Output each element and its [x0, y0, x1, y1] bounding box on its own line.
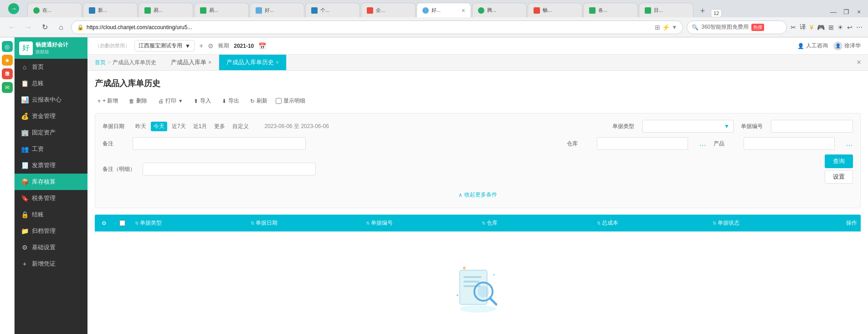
- breadcrumb-home[interactable]: 首页: [95, 59, 106, 67]
- sidebar-item-new-voucher[interactable]: + 新增凭证: [15, 256, 87, 272]
- shortcut-1month[interactable]: 近1月: [190, 122, 210, 131]
- sidebar-item-payroll[interactable]: 👥 工资: [15, 141, 87, 157]
- sidebar-item-basics[interactable]: ⚙ 基础设置: [15, 239, 87, 256]
- page-tab-history[interactable]: 产成品入库单历史 ×: [219, 55, 287, 70]
- th-gear[interactable]: ⚙: [95, 216, 113, 231]
- tab-1[interactable]: 在...: [27, 3, 82, 17]
- sidebar-item-reports[interactable]: 📊 云报表中心: [15, 92, 87, 108]
- weibo-app-icon[interactable]: 微: [2, 68, 13, 79]
- shortcut-7days[interactable]: 近7天: [169, 122, 189, 131]
- wallet-icon[interactable]: ¥: [810, 24, 813, 31]
- sidebar-item-ledger[interactable]: 📋 总账: [15, 75, 87, 92]
- chanjet-app-icon[interactable]: ◎: [2, 41, 13, 52]
- add-button[interactable]: + + 新增: [95, 95, 121, 107]
- collapse-button[interactable]: ∧ 收起更多条件: [103, 188, 853, 201]
- sidebar-item-closing[interactable]: 🔒 结账: [15, 206, 87, 223]
- tab-close-8[interactable]: ×: [462, 7, 465, 14]
- th-number[interactable]: ⇅ 单据编号: [362, 215, 478, 231]
- th-warehouse[interactable]: ⇅ 仓库: [478, 215, 594, 231]
- settings2-icon[interactable]: ⋯: [856, 24, 863, 31]
- sidebar-item-archive[interactable]: 📁 归档管理: [15, 223, 87, 239]
- show-detail-checkbox[interactable]: [276, 98, 282, 104]
- scissors-icon[interactable]: ✂: [791, 24, 796, 31]
- undo-icon[interactable]: ↩: [847, 24, 853, 31]
- th-cost[interactable]: ⇅ 总成本: [593, 215, 709, 231]
- number-filter-input[interactable]: [771, 120, 853, 133]
- shortcut-today[interactable]: 今天: [151, 122, 167, 131]
- translate-icon[interactable]: 译: [800, 23, 806, 31]
- select-all-checkbox[interactable]: [119, 220, 125, 226]
- top-bar: （勿删勿禁用） 江西服宝测试专用 ▼ + ⚙ 账期 2021-10 📅 👤 人工…: [87, 37, 868, 55]
- add-tab-button[interactable]: +: [696, 5, 709, 17]
- ai-service[interactable]: 👤 人工咨询: [797, 42, 828, 50]
- export-button[interactable]: ⬇ 导出: [219, 95, 242, 107]
- sidebar-item-funds[interactable]: 💰 资金管理: [15, 108, 87, 124]
- sidebar-item-fixed[interactable]: 🏢 固定资产: [15, 124, 87, 141]
- tab-10[interactable]: 畅...: [528, 3, 582, 17]
- th-status[interactable]: ⇅ 单据状态: [709, 215, 825, 231]
- warehouse-dots-icon[interactable]: …: [699, 139, 706, 148]
- tab-11[interactable]: 各...: [583, 3, 638, 17]
- svg-rect-2: [463, 276, 482, 278]
- tab-9[interactable]: 腾...: [472, 3, 527, 17]
- shortcut-more[interactable]: 更多: [211, 122, 228, 131]
- grid-icon[interactable]: ⊞: [655, 24, 660, 31]
- tab-2[interactable]: 新...: [83, 3, 138, 17]
- company-selector[interactable]: 江西服宝测试专用 ▼: [134, 40, 195, 51]
- delete-button[interactable]: 🗑 删除: [126, 95, 150, 107]
- game-icon[interactable]: 🎮: [817, 24, 825, 31]
- import-button[interactable]: ⬆ 导入: [191, 95, 214, 107]
- close-browser-button[interactable]: ×: [853, 6, 864, 17]
- minimize-button[interactable]: —: [828, 6, 839, 17]
- tab-7[interactable]: 企...: [361, 3, 416, 17]
- sidebar-item-tax[interactable]: 🔖 税务管理: [15, 190, 87, 206]
- refresh-button[interactable]: ↻ 刷新: [247, 95, 270, 107]
- warehouse-filter-select[interactable]: [597, 137, 688, 150]
- shortcut-custom[interactable]: 自定义: [230, 122, 252, 131]
- tab-12[interactable]: 目...: [639, 3, 693, 17]
- user-profile[interactable]: 👤 徐泽华: [833, 41, 861, 51]
- page-tab-list-close[interactable]: ×: [208, 59, 211, 66]
- calendar-icon[interactable]: 📅: [258, 42, 266, 50]
- type-filter-select[interactable]: ▼: [642, 120, 734, 133]
- tab-6[interactable]: 个...: [305, 3, 360, 17]
- note-filter-input[interactable]: [133, 137, 306, 150]
- lightning-icon[interactable]: ⚡: [662, 24, 670, 31]
- th-check[interactable]: [113, 216, 131, 231]
- settings-button[interactable]: 设置: [825, 170, 853, 184]
- search-box[interactable]: 🔍 360智能抠图免费用 热搜: [687, 21, 787, 34]
- settings-gear-icon[interactable]: ⚙: [208, 42, 214, 50]
- page-tab-history-close[interactable]: ×: [276, 59, 279, 66]
- sidebar-item-inventory[interactable]: 📦 库存核算: [15, 174, 87, 190]
- print-button[interactable]: 🖨 打印 ▼: [155, 95, 185, 107]
- refresh-button[interactable]: ↻: [38, 21, 51, 34]
- grid2-icon[interactable]: ⊞: [828, 24, 834, 31]
- detail-note-input[interactable]: [143, 163, 316, 175]
- page-tab-list[interactable]: 产成品入库单 ×: [164, 55, 219, 70]
- back-button[interactable]: ←: [5, 21, 18, 34]
- delete-icon: 🗑: [129, 98, 134, 104]
- sidebar-item-home[interactable]: ⌂ 首页: [15, 59, 87, 75]
- close-panel-button[interactable]: ×: [850, 55, 868, 70]
- sun-icon[interactable]: ☀: [837, 24, 843, 31]
- th-type[interactable]: ⇅ 单据类型: [131, 215, 247, 231]
- forward-button[interactable]: →: [22, 21, 35, 34]
- product-dots-icon[interactable]: …: [846, 139, 853, 148]
- product-filter-select[interactable]: [744, 137, 835, 150]
- breadcrumb-separator: >: [108, 59, 111, 66]
- add-company-btn[interactable]: +: [199, 42, 203, 50]
- star-app-icon[interactable]: ★: [2, 55, 13, 66]
- tab-8[interactable]: 好... ×: [416, 3, 471, 17]
- shortcut-yesterday[interactable]: 昨天: [133, 122, 149, 131]
- home-button[interactable]: ⌂: [55, 21, 67, 34]
- tab-3[interactable]: 易...: [139, 3, 193, 17]
- dropdown-icon[interactable]: ▼: [672, 24, 677, 31]
- tab-4[interactable]: 易...: [194, 3, 249, 17]
- address-input[interactable]: 🔒 https://cloud.chanjet.com/accounting/u…: [71, 21, 683, 34]
- restore-button[interactable]: ❐: [841, 6, 852, 17]
- tab-5[interactable]: 好...: [250, 3, 304, 17]
- mail-app-icon[interactable]: ✉: [2, 82, 13, 93]
- query-button[interactable]: 查询: [825, 154, 853, 168]
- th-date[interactable]: ⇅ 单据日期: [247, 215, 363, 231]
- sidebar-item-invoice[interactable]: 🧾 发票管理: [15, 157, 87, 174]
